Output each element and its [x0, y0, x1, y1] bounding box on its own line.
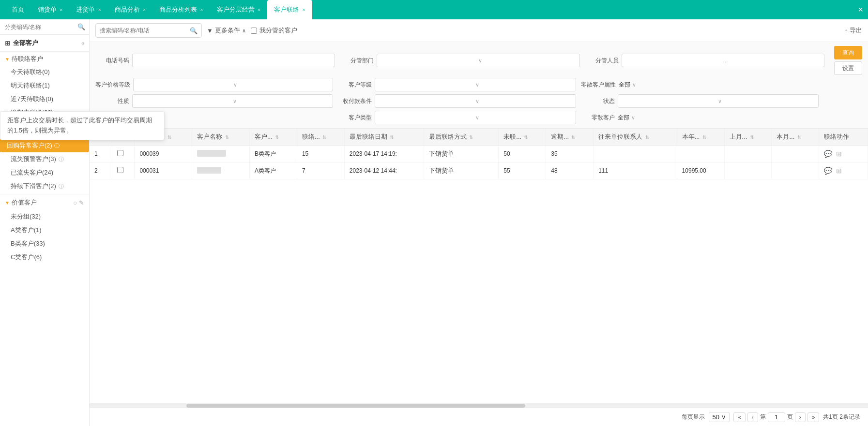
window-close-button[interactable]: ×	[858, 5, 863, 15]
phone-label: 电话号码	[95, 57, 129, 65]
row2-num: 2	[90, 162, 112, 179]
col-overdue-sort[interactable]: ⇅	[571, 134, 575, 140]
row1-grid-icon[interactable]: ⊞	[836, 150, 842, 158]
scroll-thumb[interactable]	[186, 404, 525, 408]
retail-customer-field: 零散客户 全部 ∨	[581, 114, 819, 122]
page-size-select[interactable]: 50 ∨	[709, 412, 729, 422]
row2-select[interactable]	[117, 167, 123, 173]
more-conditions-label: 更多条件	[215, 26, 240, 35]
filter-bar: 🔍 ▼ 更多条件 ∧ 我分管的客户 ↑ 导出	[90, 19, 868, 42]
edit-icon[interactable]: ✎	[79, 199, 84, 206]
tab-analysis[interactable]: 商品分析 ×	[108, 0, 152, 19]
payment-label: 收付款条件	[338, 97, 372, 105]
tab-customer-tier-close[interactable]: ×	[258, 7, 260, 13]
customer-level-select[interactable]: ∨	[375, 78, 576, 91]
row1-select[interactable]	[117, 150, 123, 156]
retail-attr-chevron[interactable]: ∨	[632, 82, 636, 88]
sidebar-item-7days[interactable]: 近7天待联络(0)	[0, 92, 89, 106]
col-lmonth-sort[interactable]: ⇅	[750, 134, 754, 140]
sidebar-item-churn-warning[interactable]: 流失预警客户(3) ⓘ	[0, 152, 89, 166]
sidebar-group-pending[interactable]: ▼ 待联络客户	[0, 52, 89, 65]
col-date-sort[interactable]: ⇅	[390, 134, 394, 140]
col-last-month: 上月... ⇅	[724, 129, 772, 146]
my-customers-check[interactable]	[251, 28, 257, 34]
manager-select[interactable]: ...	[622, 54, 824, 67]
customer-type-field: 客户类型 ∨	[338, 111, 576, 124]
col-name-sort[interactable]: ⇅	[225, 134, 229, 140]
row1-chat-icon[interactable]: 💬	[824, 150, 832, 158]
col-tmonth-sort[interactable]: ⇅	[797, 134, 801, 140]
filter-search-input[interactable]	[100, 27, 190, 34]
row1-method-link[interactable]: 下销货单	[429, 150, 454, 157]
advanced-filter: 电话号码 分管部门 ∨ 分管人员 ...	[90, 42, 868, 129]
col-code-sort[interactable]: ⇅	[168, 134, 171, 140]
row2-type: A类客户	[249, 162, 297, 179]
query-button[interactable]: 查询	[834, 46, 862, 59]
sidebar-item-b-class[interactable]: B类客户(33)	[0, 237, 89, 250]
col-contact-sort[interactable]: ⇅	[322, 134, 326, 140]
sidebar-collapse-icon[interactable]: «	[81, 40, 84, 46]
horizontal-scrollbar[interactable]	[90, 403, 868, 408]
price-level-select[interactable]: ∨	[133, 78, 333, 91]
row2-grid-icon[interactable]: ⊞	[836, 167, 842, 175]
col-not-sort[interactable]: ⇅	[524, 134, 528, 140]
row2-last-month	[724, 162, 772, 179]
phone-input[interactable]	[132, 54, 335, 67]
row1-code: 000039	[135, 146, 192, 162]
last-page-button[interactable]: »	[807, 412, 820, 422]
retail-attr-value: 全部	[619, 81, 630, 89]
retail-customer-chevron[interactable]: ∨	[631, 115, 635, 121]
tab-analysis-list[interactable]: 商品分析列表 ×	[152, 0, 210, 19]
tab-analysis-close[interactable]: ×	[143, 7, 146, 13]
tab-customer-contact-close[interactable]: ×	[302, 7, 305, 13]
sidebar-search-icon[interactable]: 🔍	[77, 23, 85, 30]
col-contact-count: 联络... ⇅	[297, 129, 344, 146]
next-page-button[interactable]: ›	[795, 412, 806, 422]
col-method-sort[interactable]: ⇅	[469, 134, 473, 140]
sidebar-item-tomorrow[interactable]: 明天待联络(1)	[0, 79, 89, 92]
manager-more[interactable]: ...	[723, 57, 820, 64]
sidebar-item-a-class[interactable]: A类客户(1)	[0, 223, 89, 237]
sidebar-group1-label: 待联络客户	[12, 55, 43, 63]
row1-this-year	[677, 146, 724, 162]
sidebar-item-abnormal[interactable]: 回购异常客户(2) ⓘ	[2, 139, 89, 152]
sidebar-all-customers[interactable]: ⊞ 全部客户 «	[0, 35, 89, 52]
filter-search-icon[interactable]: 🔍	[190, 27, 198, 34]
page-number-input[interactable]	[768, 412, 785, 422]
export-button[interactable]: ↑ 导出	[845, 26, 863, 35]
tab-customer-contact[interactable]: 客户联络 ×	[267, 0, 312, 19]
col-type-sort[interactable]: ⇅	[275, 134, 279, 140]
dept-select[interactable]: ∨	[377, 54, 579, 67]
row2-chat-icon[interactable]: 💬	[824, 167, 832, 175]
tab-purchase-close[interactable]: ×	[98, 7, 101, 13]
sidebar-item-declining[interactable]: 持续下滑客户(2) ⓘ	[0, 179, 89, 193]
more-conditions-button[interactable]: ▼ 更多条件 ∧	[207, 26, 246, 35]
col-year-sort[interactable]: ⇅	[702, 134, 706, 140]
payment-select[interactable]: ∨	[375, 94, 576, 108]
data-table-wrapper: ⚙ 客户编码 ⇅ 客户名称 ⇅	[90, 129, 868, 403]
first-page-button[interactable]: «	[733, 412, 746, 422]
sidebar-item-churned[interactable]: 已流失客户(24)	[0, 166, 89, 179]
tab-purchase[interactable]: 进货单 ×	[69, 0, 107, 19]
settings-button[interactable]: 设置	[834, 61, 862, 75]
sidebar-item-today[interactable]: 今天待联络(0)	[0, 65, 89, 79]
prev-page-button[interactable]: ‹	[747, 412, 758, 422]
row2-method-link[interactable]: 下销货单	[429, 167, 454, 174]
sidebar-group-value[interactable]: ▼ 价值客户 ○ ✎	[0, 195, 89, 210]
sidebar-item-ungroup[interactable]: 未分组(32)	[0, 210, 89, 223]
tab-customer-tier[interactable]: 客户分层经营 ×	[210, 0, 267, 19]
per-page-label: 每页显示	[682, 413, 705, 421]
tab-analysis-list-close[interactable]: ×	[200, 7, 203, 13]
tab-home[interactable]: 首页	[5, 0, 31, 19]
sidebar-search-input[interactable]	[5, 24, 77, 30]
my-customers-checkbox: 我分管的客户	[251, 26, 297, 35]
sidebar-item-c-class[interactable]: C类客户(6)	[0, 250, 89, 264]
tab-sales-close[interactable]: ×	[60, 7, 62, 13]
col-person-sort[interactable]: ⇅	[645, 134, 649, 140]
row2-code: 000031	[135, 162, 192, 179]
circle-icon[interactable]: ○	[73, 199, 77, 206]
customer-type-select[interactable]: ∨	[375, 111, 576, 124]
tab-sales[interactable]: 销货单 ×	[31, 0, 69, 19]
gender-select[interactable]: ∨	[132, 94, 333, 108]
status-select[interactable]: ∨	[618, 94, 819, 108]
